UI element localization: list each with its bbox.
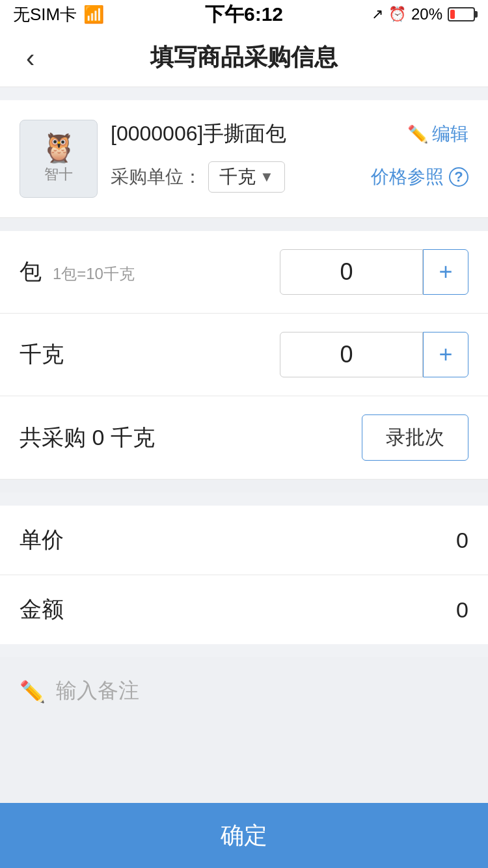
- edit-label: 编辑: [432, 122, 468, 146]
- unit-price-label: 单价: [20, 525, 64, 555]
- qianke-input-row: 千克 +: [0, 314, 488, 396]
- summary-text: 共采购 0 千克: [20, 423, 155, 453]
- status-left: 无SIM卡 📶: [13, 3, 104, 26]
- bao-label-group: 包 1包=10千克: [20, 257, 135, 287]
- price-ref-icon: ?: [449, 167, 468, 187]
- bao-label: 包: [20, 259, 42, 284]
- bao-sublabel: 1包=10千克: [53, 265, 135, 282]
- nav-title: 填写商品采购信息: [150, 42, 338, 74]
- section-divider-1: [0, 218, 488, 231]
- alarm-icon: ⏰: [388, 6, 406, 23]
- qianke-input-controls: +: [280, 332, 468, 377]
- back-button[interactable]: ‹: [20, 38, 41, 77]
- product-unit-row: 采购单位： 千克 ▼ 价格参照 ?: [111, 161, 468, 193]
- qianke-quantity-input[interactable]: [280, 332, 423, 377]
- confirm-button[interactable]: 确定: [0, 803, 488, 868]
- bao-input-row: 包 1包=10千克 +: [0, 231, 488, 314]
- batch-button[interactable]: 录批次: [362, 414, 468, 461]
- amount-value: 0: [456, 597, 468, 623]
- unit-select[interactable]: 千克 ▼: [208, 161, 285, 193]
- owl-icon: 🦉: [41, 133, 77, 162]
- edit-icon: ✏️: [407, 124, 428, 144]
- status-right: ↗ ⏰ 20%: [372, 5, 475, 23]
- location-icon: ↗: [372, 6, 383, 23]
- summary-row: 共采购 0 千克 录批次: [0, 396, 488, 480]
- qianke-plus-button[interactable]: +: [423, 332, 468, 377]
- price-section: 单价 0 金额 0: [0, 506, 488, 644]
- price-ref-button[interactable]: 价格参照 ?: [371, 165, 468, 189]
- battery-icon: [448, 7, 475, 21]
- product-info: [0000006]手撕面包 ✏️ 编辑 采购单位： 千克 ▼ 价格参照 ?: [111, 120, 468, 193]
- product-image-inner: 🦉 智十: [41, 133, 77, 184]
- battery-percent: 20%: [411, 5, 442, 23]
- confirm-label: 确定: [221, 820, 267, 852]
- status-bar: 无SIM卡 📶 下午6:12 ↗ ⏰ 20%: [0, 0, 488, 29]
- section-divider-2: [0, 480, 488, 493]
- bao-input-controls: +: [280, 249, 468, 295]
- owl-text: 智十: [44, 165, 73, 184]
- nav-bar: ‹ 填写商品采购信息: [0, 29, 488, 87]
- unit-price-row: 单价 0: [0, 506, 488, 575]
- bao-quantity-input[interactable]: [280, 249, 423, 295]
- unit-label-text: 采购单位：: [111, 165, 202, 189]
- unit-price-value: 0: [456, 528, 468, 553]
- product-card: 🦉 智十 [0000006]手撕面包 ✏️ 编辑 采购单位： 千克 ▼: [0, 100, 488, 218]
- bao-plus-button[interactable]: +: [423, 249, 468, 295]
- unit-value: 千克: [219, 165, 256, 189]
- notes-section[interactable]: ✏️ 输入备注: [0, 657, 488, 735]
- qianke-label: 千克: [20, 342, 64, 366]
- product-name: [0000006]手撕面包: [111, 120, 286, 148]
- notes-placeholder: 输入备注: [56, 677, 139, 705]
- input-section: 包 1包=10千克 + 千克 +: [0, 231, 488, 396]
- carrier-label: 无SIM卡: [13, 3, 77, 26]
- price-ref-label: 价格参照: [371, 165, 444, 189]
- status-time: 下午6:12: [205, 1, 283, 28]
- product-title-row: [0000006]手撕面包 ✏️ 编辑: [111, 120, 468, 148]
- qianke-label-group: 千克: [20, 340, 64, 370]
- amount-row: 金额 0: [0, 575, 488, 644]
- dropdown-arrow: ▼: [260, 169, 274, 185]
- page-content: 🦉 智十 [0000006]手撕面包 ✏️ 编辑 采购单位： 千克 ▼: [0, 100, 488, 868]
- unit-label-group: 采购单位： 千克 ▼: [111, 161, 285, 193]
- product-image: 🦉 智十: [20, 120, 98, 198]
- wifi-icon: 📶: [83, 5, 104, 25]
- pencil-icon: ✏️: [20, 679, 46, 704]
- amount-label: 金额: [20, 595, 64, 625]
- edit-button[interactable]: ✏️ 编辑: [407, 122, 468, 146]
